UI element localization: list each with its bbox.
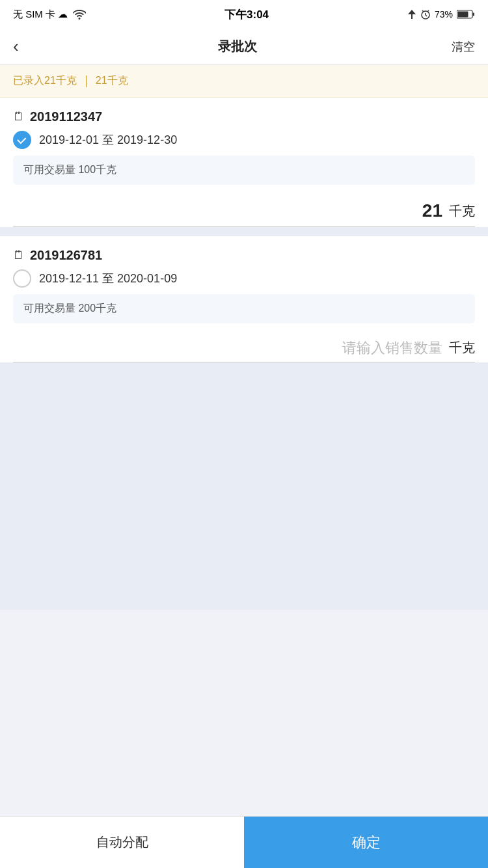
auto-distribute-button[interactable]: 自动分配 [0,817,244,868]
nav-bar: ‹ 录批次 清空 [0,29,488,65]
page-title: 录批次 [218,38,257,55]
radio-2[interactable] [13,269,31,288]
svg-line-2 [426,15,427,16]
item-qty-2: 可用交易量 200千克 [13,294,475,323]
svg-rect-7 [457,12,468,18]
amount-row-1: 21 千克 [0,194,488,221]
amount-unit-1: 千克 [449,202,475,220]
item-icon-1: 🗒 [13,110,25,124]
info-divider [86,75,87,87]
status-bar: 无 SIM 卡 ☁ 下午3:04 73% [0,0,488,29]
section-divider [0,227,488,236]
svg-line-4 [427,10,429,12]
battery-icon [457,10,475,19]
item-card-2: 🗒 2019126781 2019-12-11 至 2020-01-09 可用交… [0,236,488,362]
clear-button[interactable]: 清空 [452,39,475,55]
no-sim-text: 无 SIM 卡 ☁ [13,8,68,21]
qty-input-2[interactable] [264,340,442,357]
location-icon [407,10,416,19]
item-qty-1: 可用交易量 100千克 [13,156,475,185]
item-icon-2: 🗒 [13,249,25,262]
amount-value-1: 21 [422,200,442,221]
svg-line-3 [422,10,424,12]
wifi-icon [73,9,86,20]
item-date-1: 2019-12-01 至 2019-12-30 [39,132,177,148]
item-date-2: 2019-12-11 至 2020-01-09 [39,271,177,286]
input-row-2: 千克 [0,332,488,357]
info-banner: 已录入21千克 21千克 [0,65,488,98]
item-card-1: 🗒 2019112347 2019-12-01 至 2019-12-30 可用交… [0,98,488,227]
status-left: 无 SIM 卡 ☁ [13,8,86,21]
recorded-label: 已录入21千克 [13,74,77,88]
item-date-row-1: 2019-12-01 至 2019-12-30 [0,128,488,156]
status-right: 73% [407,9,475,20]
item-date-row-2: 2019-12-11 至 2020-01-09 [0,267,488,294]
bottom-bar: 自动分配 确定 [0,816,488,868]
confirm-button[interactable]: 确定 [244,817,488,868]
item-id-2: 2019126781 [30,248,102,263]
input-unit-2: 千克 [449,339,475,357]
svg-rect-6 [472,13,474,16]
total-label: 21千克 [96,74,128,88]
battery-text: 73% [435,9,453,20]
item-id-1: 2019112347 [30,109,102,124]
back-button[interactable]: ‹ [13,34,24,59]
gray-area [0,362,488,610]
item-header-2: 🗒 2019126781 [0,236,488,267]
status-time: 下午3:04 [224,7,269,22]
radio-1[interactable] [13,131,31,149]
item-header-1: 🗒 2019112347 [0,98,488,128]
alarm-icon [420,9,431,20]
